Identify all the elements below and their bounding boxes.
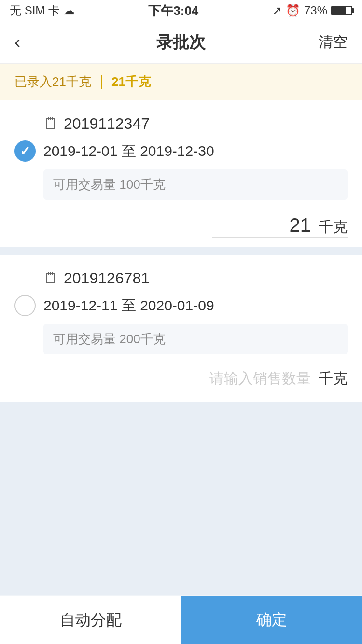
batch-avail-row-1: 可用交易量 100千克	[43, 169, 348, 200]
quantity-unit-1: 千克	[319, 217, 348, 237]
status-time: 下午3:04	[148, 2, 198, 19]
location-icon: ↗	[272, 4, 282, 17]
batch-card-1: 🗒 2019112347 ✓ 2019-12-01 至 2019-12-30 可…	[0, 100, 362, 247]
quantity-value-1: 21	[290, 214, 311, 236]
batch-date-row-1[interactable]: ✓ 2019-12-01 至 2019-12-30	[14, 140, 348, 162]
batch-date-1: 2019-12-01 至 2019-12-30	[43, 141, 214, 161]
empty-area	[0, 402, 362, 595]
clear-button[interactable]: 清空	[319, 32, 348, 52]
section-divider	[0, 247, 362, 255]
confirm-button[interactable]: 确定	[181, 596, 362, 644]
battery-percent: 73%	[304, 4, 327, 17]
batch-avail-row-2: 可用交易量 200千克	[43, 324, 348, 354]
quantity-row-1: 21 千克	[0, 210, 362, 237]
batch-doc-icon-1: 🗒	[43, 115, 59, 133]
nav-bar: ‹ 录批次 清空	[0, 21, 362, 64]
batch-date-2: 2019-12-11 至 2020-01-09	[43, 296, 214, 316]
check-icon-1: ✓	[20, 144, 30, 159]
alarm-icon: ⏰	[286, 4, 300, 17]
batch-id-2: 2019126781	[64, 269, 150, 287]
info-banner: 已录入21千克 21千克	[0, 64, 362, 100]
status-right: ↗ ⏰ 73%	[272, 4, 352, 17]
radio-2[interactable]	[14, 295, 36, 316]
radio-1[interactable]: ✓	[14, 140, 36, 162]
card-bottom-pad-1	[0, 238, 362, 247]
back-button[interactable]: ‹	[14, 32, 43, 53]
batch-id-1: 2019112347	[64, 115, 150, 133]
batch-id-row-2: 🗒 2019126781	[14, 269, 348, 287]
recorded-label: 已录入21千克	[14, 73, 91, 90]
batch-date-row-2[interactable]: 2019-12-11 至 2020-01-09	[14, 295, 348, 316]
input-placeholder-2: 请输入销售数量	[209, 369, 311, 389]
page-title: 录批次	[156, 31, 206, 54]
status-left: 无 SIM 卡 ☁	[10, 3, 75, 18]
batch-item-2: 🗒 2019126781 2019-12-11 至 2020-01-09 可用交…	[0, 255, 362, 354]
auto-distribute-button[interactable]: 自动分配	[0, 596, 181, 644]
batch-avail-text-1: 可用交易量 100千克	[53, 177, 166, 192]
input-unit-2: 千克	[319, 369, 348, 389]
input-row-2: 请输入销售数量 千克	[0, 364, 362, 389]
sim-label: 无 SIM 卡 ☁	[10, 3, 75, 18]
batch-id-row-1: 🗒 2019112347	[14, 115, 348, 133]
info-divider	[101, 75, 102, 89]
status-bar: 无 SIM 卡 ☁ 下午3:04 ↗ ⏰ 73%	[0, 0, 362, 21]
batch-avail-text-2: 可用交易量 200千克	[53, 332, 166, 346]
battery-icon	[331, 6, 352, 15]
card-bottom-pad-2	[0, 392, 362, 402]
batch-doc-icon-2: 🗒	[43, 269, 59, 287]
bottom-bar: 自动分配 确定	[0, 596, 362, 644]
batch-card-2: 🗒 2019126781 2019-12-11 至 2020-01-09 可用交…	[0, 255, 362, 402]
recorded-amount: 21千克	[111, 73, 151, 90]
batch-item-1: 🗒 2019112347 ✓ 2019-12-01 至 2019-12-30 可…	[0, 100, 362, 200]
